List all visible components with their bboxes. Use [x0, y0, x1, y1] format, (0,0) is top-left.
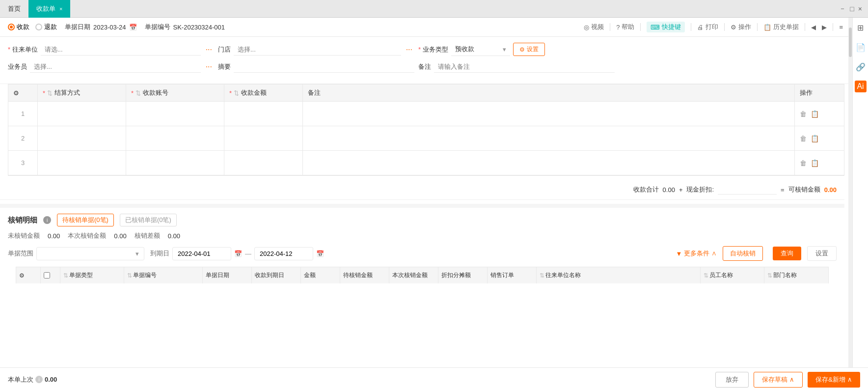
remarks-input[interactable] [434, 61, 615, 73]
close-button[interactable]: × [858, 5, 862, 13]
select-all-checkbox[interactable] [44, 272, 50, 279]
bottom-table-header: ⚙ ⇅ 单据类型 ⇅ 单据编号 单据日期 收款到期日 金额 [16, 267, 829, 283]
filter-icon: ▼ [676, 250, 682, 257]
copy-row-1-button[interactable]: 📋 [811, 110, 819, 118]
bth-doc-type: ⇅ 单据类型 [60, 267, 124, 283]
business-type-label: 业务类型 [418, 45, 448, 54]
abandon-button[interactable]: 放弃 [715, 372, 749, 388]
receipt-radio[interactable]: 收款 [8, 23, 29, 31]
discount-label: 现金折扣: [686, 185, 714, 194]
bth-dept: ⇅ 部门名称 [764, 267, 828, 283]
counterpart-input[interactable] [41, 44, 201, 56]
row-account-1[interactable] [126, 102, 224, 126]
footer-amount: 0.00 [45, 376, 57, 383]
refund-radio-label: 退款 [44, 23, 57, 31]
auto-verify-button[interactable]: 自动核销 [723, 246, 763, 261]
pending-tab[interactable]: 待核销单据(0笔) [57, 214, 114, 226]
row-amount-2[interactable] [224, 126, 303, 150]
row-remark-1[interactable] [303, 102, 795, 126]
toolbar-right: ◎ 视频 ? 帮助 ⌨ 快捷键 🖨 打印 ⚙ 操作 [584, 22, 860, 32]
save-new-label: 保存&新增 [815, 375, 845, 384]
minimize-button[interactable]: － [839, 4, 846, 13]
footer-info-icon[interactable]: i [35, 376, 43, 383]
salesperson-dots[interactable]: ··· [204, 62, 214, 71]
refund-radio[interactable]: 退款 [35, 23, 57, 31]
more-filters-btn[interactable]: ▼ 更多条件 ∧ [676, 249, 717, 258]
calendar-icon[interactable]: 📅 [129, 24, 137, 31]
row-no-1: 1 [8, 102, 38, 126]
delete-row-1-button[interactable]: 🗑 [800, 110, 807, 118]
doc-no-value: SK-20230324-001 [173, 24, 225, 31]
history-btn[interactable]: 📋 历史单据 [763, 23, 799, 31]
stat-value-3: 0.00 [168, 232, 180, 240]
help-btn[interactable]: ? 帮助 [616, 23, 634, 31]
tab-home[interactable]: 首页 [0, 0, 28, 18]
video-btn[interactable]: ◎ 视频 [584, 23, 604, 31]
done-tab[interactable]: 已核销单据(0笔) [120, 214, 177, 226]
row-remark-2[interactable] [303, 126, 795, 150]
save-draft-button[interactable]: 保存草稿 ∧ [754, 372, 803, 388]
salesperson-input[interactable] [30, 61, 201, 73]
footer-order-label: 本单上次 [8, 375, 33, 384]
summary-input[interactable] [234, 61, 414, 73]
table-row: 2 🗑 📋 [8, 126, 844, 151]
row-settlement-3[interactable] [38, 151, 126, 175]
stat-label-3: 核销差额 [135, 231, 160, 240]
table-row: 3 🗑 📋 [8, 151, 844, 175]
row-settlement-2[interactable] [38, 126, 126, 150]
row-amount-1[interactable] [224, 102, 303, 126]
salesperson-label: 业务员 [8, 62, 27, 71]
bth-checkbox[interactable] [41, 267, 60, 283]
row-amount-3[interactable] [224, 151, 303, 175]
right-sidebar: ⊞ 📄 🔗 Ai [852, 18, 868, 391]
scrollbar[interactable] [848, 18, 852, 367]
cal-icon-from[interactable]: 📅 [234, 250, 242, 257]
save-new-button[interactable]: 保存&新增 ∧ [808, 372, 860, 388]
row-remark-3[interactable] [303, 151, 795, 175]
divider-1 [610, 23, 610, 31]
verify-info-icon[interactable]: i [43, 216, 51, 224]
sidebar-table-icon[interactable]: ⊞ [855, 22, 867, 33]
print-btn[interactable]: 🖨 打印 [697, 23, 718, 31]
delete-row-3-button[interactable]: 🗑 [800, 159, 807, 167]
th-account: ⇅ 收款账号 [126, 84, 224, 101]
nav-prev-btn[interactable]: ◀ [811, 24, 816, 31]
row-account-3[interactable] [126, 151, 224, 175]
date-to-input[interactable] [254, 247, 313, 260]
maximize-button[interactable]: □ [850, 5, 854, 13]
save-new-chevron: ∧ [847, 376, 852, 383]
row-settlement-1[interactable] [38, 102, 126, 126]
copy-row-2-button[interactable]: 📋 [811, 135, 819, 142]
help-label: 帮助 [622, 23, 634, 31]
delete-row-2-button[interactable]: 🗑 [800, 135, 807, 142]
store-dots[interactable]: ··· [404, 45, 414, 54]
query-button[interactable]: 查询 [773, 247, 801, 260]
bth-doc-no: ⇅ 单据编号 [124, 267, 203, 283]
operation-btn[interactable]: ⚙ 操作 [731, 23, 751, 31]
counterpart-dots[interactable]: ··· [204, 45, 214, 54]
bth-due-date: 收款到期日 [252, 267, 301, 283]
settings-button[interactable]: ⚙ 设置 [513, 43, 545, 56]
verify-settings-button[interactable]: 设置 [807, 246, 837, 261]
range-select[interactable]: ▾ [36, 247, 144, 260]
business-type-select[interactable]: 预收款 ▾ [451, 43, 510, 56]
copy-row-3-button[interactable]: 📋 [811, 159, 819, 167]
bth-gear[interactable]: ⚙ [16, 267, 41, 283]
tab-close-icon[interactable]: × [59, 6, 62, 12]
tab-bar: 首页 收款单 × － □ × [0, 0, 868, 18]
row-account-2[interactable] [126, 126, 224, 150]
store-input[interactable] [234, 44, 401, 56]
cal-icon-to[interactable]: 📅 [316, 250, 324, 257]
sidebar-edit-icon[interactable]: Ai [855, 81, 867, 92]
shortcut-btn[interactable]: ⌨ 快捷键 [647, 22, 685, 32]
discount-input[interactable] [718, 185, 777, 195]
th-gear[interactable]: ⚙ [8, 84, 38, 101]
sidebar-link-icon[interactable]: 🔗 [855, 61, 867, 73]
tab-receipt[interactable]: 收款单 × [28, 0, 70, 18]
doc-no-field: 单据编号 SK-20230324-001 [145, 23, 225, 31]
main-content: 收款 退款 单据日期 2023-03-24 📅 单据编号 SK-20230324… [0, 18, 868, 391]
sidebar-doc-icon[interactable]: 📄 [855, 41, 867, 53]
list-view-btn[interactable]: ≡ [839, 24, 843, 31]
date-from-input[interactable] [172, 247, 231, 260]
nav-next-btn[interactable]: ▶ [822, 24, 827, 31]
